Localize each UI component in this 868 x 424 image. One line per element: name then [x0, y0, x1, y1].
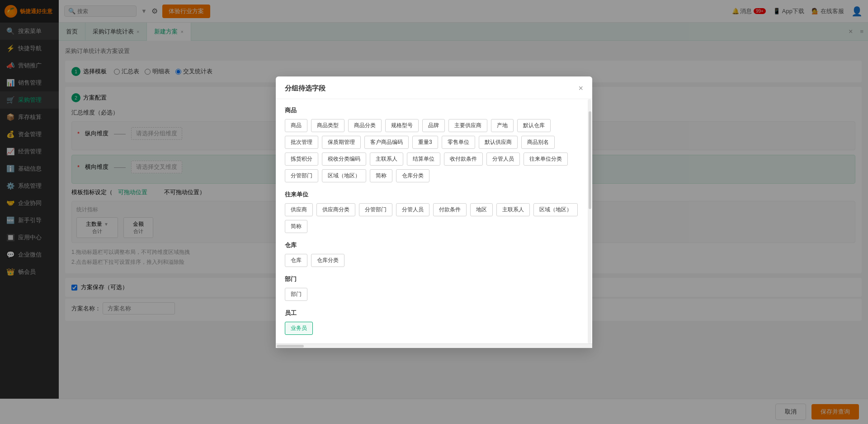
- section-product: 商品 商品 商品类型 商品分类 规格型号 品牌 主要供应商 产地 默认仓库 批次…: [285, 106, 583, 182]
- field-payment-cond[interactable]: 付款条件: [433, 203, 467, 216]
- field-warehouse-category[interactable]: 仓库分类: [311, 254, 344, 267]
- section-employee-title: 员工: [285, 309, 583, 317]
- modal-close-btn[interactable]: ×: [578, 84, 583, 93]
- field-short-name-p[interactable]: 简称: [285, 220, 307, 233]
- section-warehouse-title: 仓库: [285, 241, 583, 249]
- field-dept[interactable]: 部门: [285, 288, 307, 301]
- field-product-type[interactable]: 商品类型: [311, 119, 344, 132]
- field-retail-unit[interactable]: 零售单位: [442, 136, 475, 149]
- field-salesperson[interactable]: 业务员: [285, 322, 313, 335]
- field-expiry-mgmt[interactable]: 保质期管理: [322, 136, 361, 149]
- field-settlement-unit[interactable]: 结算单位: [407, 152, 440, 166]
- field-pick-score[interactable]: 拣货积分: [285, 152, 318, 166]
- modal-header: 分组待选字段 ×: [276, 76, 592, 99]
- field-select-modal: 分组待选字段 × 商品 商品 商品类型 商品分类 规格型号 品牌 主要供应商 产…: [276, 76, 592, 348]
- field-supplier[interactable]: 供应商: [285, 203, 313, 216]
- field-manager-p[interactable]: 分管人员: [396, 203, 429, 216]
- field-product[interactable]: 商品: [285, 119, 307, 132]
- field-default-supplier[interactable]: 默认供应商: [479, 136, 518, 149]
- modal-hscroll-thumb: [277, 345, 304, 348]
- field-batch-mgmt[interactable]: 批次管理: [285, 136, 318, 149]
- field-main-supplier[interactable]: 主要供应商: [448, 119, 487, 132]
- modal-hscroll: [276, 343, 592, 348]
- section-employee: 员工 业务员: [285, 309, 583, 335]
- section-department: 部门 部门: [285, 275, 583, 301]
- field-warehouse[interactable]: 仓库: [285, 254, 307, 267]
- warehouse-field-tags: 仓库 仓库分类: [285, 254, 583, 267]
- field-main-contact[interactable]: 主联系人: [370, 152, 403, 166]
- modal-title: 分组待选字段: [285, 84, 326, 93]
- field-product-alias[interactable]: 商品别名: [521, 136, 555, 149]
- field-short-name[interactable]: 简称: [370, 169, 392, 182]
- field-customer-code[interactable]: 客户商品编码: [364, 136, 409, 149]
- field-region-area[interactable]: 区域（地区）: [322, 169, 366, 182]
- modal-scrollbar-thumb: [589, 111, 591, 209]
- section-product-title: 商品: [285, 106, 583, 114]
- field-product-category[interactable]: 商品分类: [348, 119, 382, 132]
- modal-scrollbar-track: [588, 99, 591, 343]
- dept-field-tags: 部门: [285, 288, 583, 301]
- field-area-p[interactable]: 地区: [470, 203, 493, 216]
- field-dept-p[interactable]: 分管部门: [359, 203, 392, 216]
- section-dept-title: 部门: [285, 275, 583, 283]
- field-from-unit-cat[interactable]: 往来单位分类: [524, 152, 568, 166]
- product-field-tags: 商品 商品类型 商品分类 规格型号 品牌 主要供应商 产地 默认仓库 批次管理 …: [285, 119, 583, 182]
- section-partner: 往来单位 供应商 供应商分类 分管部门 分管人员 付款条件 地区 主联系人 区域…: [285, 191, 583, 233]
- field-warehouse-cat[interactable]: 仓库分类: [396, 169, 429, 182]
- section-partner-title: 往来单位: [285, 191, 583, 199]
- field-origin[interactable]: 产地: [491, 119, 514, 132]
- modal-body: 商品 商品 商品类型 商品分类 规格型号 品牌 主要供应商 产地 默认仓库 批次…: [276, 99, 592, 343]
- field-region-p[interactable]: 区域（地区）: [533, 203, 578, 216]
- field-weight3[interactable]: 重量3: [412, 136, 438, 149]
- field-payment-terms[interactable]: 收付款条件: [444, 152, 483, 166]
- partner-field-tags: 供应商 供应商分类 分管部门 分管人员 付款条件 地区 主联系人 区域（地区） …: [285, 203, 583, 233]
- field-manager[interactable]: 分管人员: [486, 152, 520, 166]
- field-main-contact-p[interactable]: 主联系人: [496, 203, 530, 216]
- field-dept-mgmt[interactable]: 分管部门: [285, 169, 318, 182]
- modal-overlay: 分组待选字段 × 商品 商品 商品类型 商品分类 规格型号 品牌 主要供应商 产…: [0, 0, 868, 424]
- employee-field-tags: 业务员: [285, 322, 583, 335]
- field-brand[interactable]: 品牌: [422, 119, 445, 132]
- field-supplier-cat[interactable]: 供应商分类: [316, 203, 355, 216]
- field-spec-type[interactable]: 规格型号: [385, 119, 419, 132]
- section-warehouse: 仓库 仓库 仓库分类: [285, 241, 583, 267]
- field-default-warehouse[interactable]: 默认仓库: [517, 119, 551, 132]
- field-tax-code[interactable]: 税收分类编码: [322, 152, 366, 166]
